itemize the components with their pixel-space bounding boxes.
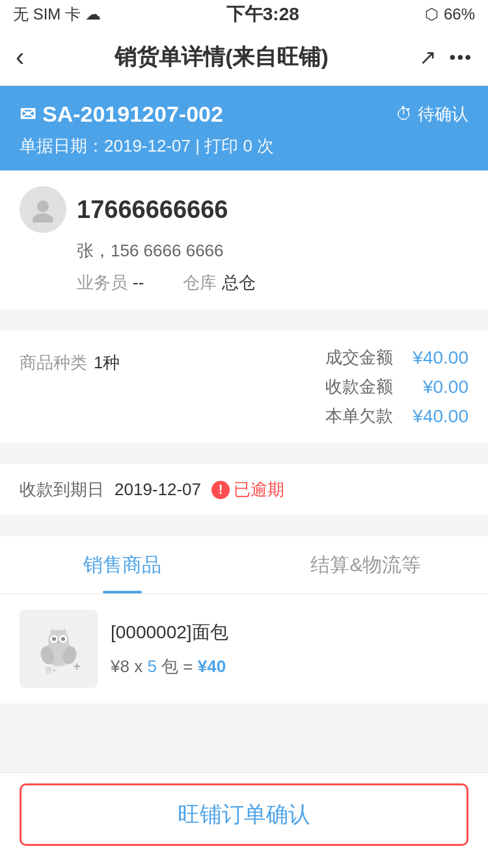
status-bar: 无 SIM 卡 ☁ 下午3:28 ⬡ 66% (0, 0, 488, 29)
customer-phone: 17666666666 (77, 196, 228, 224)
product-name: [0000002]面包 (111, 620, 468, 645)
amount-summary: 成交金额 ¥40.00 收款金额 ¥0.00 本单欠款 ¥40.00 (325, 346, 468, 427)
product-equals: = (183, 657, 197, 676)
separator-3 (0, 515, 488, 526)
order-id-text: SA-20191207-002 (42, 102, 223, 127)
warehouse-label: 仓库 (183, 271, 217, 294)
svg-text:+: + (74, 660, 81, 673)
overdue-text: 已逾期 (234, 478, 284, 501)
goods-type-value: 1种 (94, 351, 120, 374)
share-icon[interactable]: ↗ (419, 45, 437, 70)
transaction-row: 成交金额 ¥40.00 (325, 346, 468, 369)
customer-card: 17666666666 张，156 6666 6666 业务员 -- 仓库 总仓 (0, 170, 488, 310)
due-date-label: 收款到期日 (20, 478, 104, 501)
battery-level: 66% (444, 5, 475, 23)
salesperson-label: 业务员 (77, 271, 128, 294)
separator-1 (0, 310, 488, 320)
svg-marker-9 (62, 629, 67, 632)
svg-point-1 (33, 213, 53, 223)
balance-value: ¥40.00 (403, 406, 468, 427)
product-price-separator: x (134, 657, 147, 676)
goods-type-label: 商品种类 (20, 351, 87, 374)
status-bar-right: ⬡ 66% (425, 5, 475, 23)
sim-status: 无 SIM 卡 ☁ (13, 4, 101, 25)
svg-marker-8 (50, 629, 55, 632)
more-icon[interactable]: ••• (450, 47, 472, 68)
order-icon: ✉ (20, 103, 36, 126)
salesperson-info: 业务员 -- (77, 271, 144, 294)
back-button[interactable]: ‹ (16, 42, 24, 72)
status-bar-time: 下午3:28 (226, 2, 299, 27)
due-date-card: 收款到期日 2019-12-07 ! 已逾期 (0, 464, 488, 515)
order-status: ⏱ 待确认 (396, 103, 468, 126)
customer-avatar (20, 186, 66, 233)
product-unit: 包 (161, 657, 178, 676)
product-thumb-svg: + 管+ (29, 619, 88, 678)
product-item: + 管+ [0000002]面包 ¥8 x 5 包 = ¥40 (0, 594, 488, 703)
nav-actions: ↗ ••• (419, 45, 472, 70)
status-bar-left: 无 SIM 卡 ☁ (13, 4, 101, 25)
svg-point-6 (52, 637, 56, 641)
confirm-order-button[interactable]: 旺铺订单确认 (20, 783, 468, 846)
product-unit-price: ¥8 (111, 657, 129, 676)
customer-name: 张，156 6666 6666 (77, 239, 468, 262)
svg-text:管+: 管+ (45, 666, 56, 674)
product-total: ¥40 (198, 657, 226, 676)
tab-sales-goods[interactable]: 销售商品 (0, 536, 244, 593)
battery-icon: ⬡ (425, 5, 439, 23)
customer-meta: 业务员 -- 仓库 总仓 (77, 271, 468, 294)
back-icon: ‹ (16, 42, 24, 71)
tabs: 销售商品 结算&物流等 (0, 536, 488, 593)
payment-row: 收款金额 ¥0.00 (325, 375, 468, 398)
overdue-badge: ! 已逾期 (211, 478, 284, 501)
page-title: 销货单详情(来自旺铺) (115, 42, 329, 72)
payment-label: 收款金额 (325, 375, 393, 398)
salesperson-value: -- (133, 273, 144, 293)
product-price-detail: ¥8 x 5 包 = ¥40 (111, 655, 468, 678)
tab-settlement[interactable]: 结算&物流等 (244, 536, 488, 593)
svg-point-7 (61, 637, 65, 641)
nav-bar: ‹ 销货单详情(来自旺铺) ↗ ••• (0, 29, 488, 86)
tab-active-indicator (103, 591, 142, 593)
product-quantity: 5 (147, 657, 156, 676)
separator-2 (0, 443, 488, 454)
order-id: ✉ SA-20191207-002 (20, 102, 223, 127)
transaction-label: 成交金额 (325, 346, 393, 369)
order-status-text: 待确认 (418, 103, 468, 126)
transaction-value: ¥40.00 (403, 347, 468, 368)
balance-row: 本单欠款 ¥40.00 (325, 405, 468, 427)
svg-point-0 (37, 200, 49, 212)
order-header-card: ✉ SA-20191207-002 ⏱ 待确认 单据日期：2019-12-07 … (0, 86, 488, 170)
clock-icon: ⏱ (396, 104, 413, 124)
overdue-warning-icon: ! (211, 481, 230, 499)
tab-sales-goods-label: 销售商品 (83, 552, 161, 578)
product-thumbnail: + 管+ (20, 610, 98, 688)
payment-value: ¥0.00 (403, 377, 468, 398)
product-info: [0000002]面包 ¥8 x 5 包 = ¥40 (111, 620, 468, 678)
warehouse-info: 仓库 总仓 (183, 271, 256, 294)
warehouse-value: 总仓 (222, 271, 256, 294)
tab-settlement-label: 结算&物流等 (310, 552, 421, 578)
goods-type-info: 商品种类 1种 (20, 346, 120, 374)
bottom-bar: 旺铺订单确认 (0, 772, 488, 868)
order-date: 单据日期：2019-12-07 | 打印 0 次 (20, 135, 468, 157)
due-date-value: 2019-12-07 (115, 480, 201, 500)
balance-label: 本单欠款 (325, 405, 393, 427)
tabs-container: 销售商品 结算&物流等 (0, 536, 488, 594)
summary-card: 商品种类 1种 成交金额 ¥40.00 收款金额 ¥0.00 本单欠款 ¥40.… (0, 331, 488, 443)
product-section: + 管+ [0000002]面包 ¥8 x 5 包 = ¥40 (0, 594, 488, 703)
